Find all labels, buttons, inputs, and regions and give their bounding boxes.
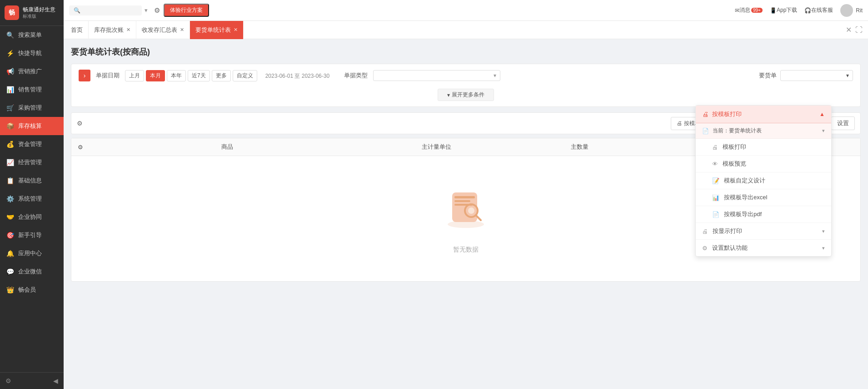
sidebar-item-inventory[interactable]: 📦 库存核算 bbox=[0, 117, 64, 135]
app-download-label: App下载 bbox=[777, 6, 797, 14]
dropdown-header-arrow-icon: ▲ bbox=[819, 111, 825, 117]
tab-order-stats-close[interactable]: ✕ bbox=[234, 27, 238, 33]
date-filter-label: 单据日期 bbox=[96, 71, 120, 80]
date-btn-this-year[interactable]: 本年 bbox=[167, 70, 186, 81]
date-btn-more[interactable]: 更多 bbox=[212, 70, 231, 81]
dropdown-header[interactable]: 🖨 按模板打印 ▲ bbox=[696, 106, 831, 123]
tab-home-label: 首页 bbox=[71, 26, 83, 34]
eye-icon: 👁 bbox=[712, 161, 718, 167]
date-btn-custom[interactable]: 自定义 bbox=[233, 70, 257, 81]
sidebar-item-wechat[interactable]: 💬 企业微信 bbox=[0, 263, 64, 281]
col-qty-header: 主数量 bbox=[508, 143, 651, 151]
brand-name: 畅康通好生意 bbox=[23, 6, 55, 14]
doc-icon: 📄 bbox=[702, 128, 709, 134]
printer-icon: 🖨 bbox=[677, 120, 682, 126]
display-print-icon: 🖨 bbox=[702, 228, 708, 235]
basic-icon: 📋 bbox=[5, 177, 15, 184]
sidebar-item-app-center[interactable]: 🔔 应用中心 bbox=[0, 244, 64, 263]
topbar-search-box[interactable]: 🔍 bbox=[69, 5, 142, 15]
online-service-button[interactable]: 🎧 在线客服 bbox=[804, 6, 833, 14]
column-settings-icon[interactable]: ⚙ bbox=[77, 120, 83, 127]
dropdown-item-template-design[interactable]: 📝 模板自定义设计 bbox=[696, 172, 831, 189]
template-preview-label: 模板预览 bbox=[723, 160, 746, 168]
sidebar-item-enterprise[interactable]: 🤝 企业协同 bbox=[0, 208, 64, 226]
online-service-label: 在线客服 bbox=[811, 6, 833, 14]
empty-icon bbox=[439, 183, 493, 238]
messages-badge: 99+ bbox=[751, 8, 763, 13]
tab-order-stats[interactable]: 要货单统计表 ✕ bbox=[190, 21, 244, 39]
svg-rect-3 bbox=[454, 200, 470, 202]
sidebar-item-label: 企业微信 bbox=[18, 268, 58, 276]
display-print-label: 按显示打印 bbox=[713, 227, 822, 235]
dropdown-set-default[interactable]: ⚙ 设置默认功能 ▾ bbox=[696, 240, 831, 256]
date-btn-last-month[interactable]: 上月 bbox=[125, 70, 144, 81]
type-filter-label: 单据类型 bbox=[344, 71, 368, 80]
display-print-arrow-icon: ▾ bbox=[822, 228, 825, 234]
date-btn-this-month[interactable]: 本月 bbox=[146, 70, 165, 81]
sidebar-item-marketing[interactable]: 📢 营销推广 bbox=[0, 62, 64, 81]
dropdown-item-export-excel[interactable]: 📊 按模板导出excel bbox=[696, 189, 831, 206]
sidebar-item-operations[interactable]: 📈 经营管理 bbox=[0, 153, 64, 172]
setting-button[interactable]: 设置 bbox=[831, 116, 855, 130]
sidebar-item-guide[interactable]: 🎯 新手引导 bbox=[0, 226, 64, 244]
sidebar-item-label: 畅会员 bbox=[18, 286, 58, 294]
sidebar-item-label: 资金管理 bbox=[18, 140, 58, 148]
dropdown-item-template-print[interactable]: 🖨 模板打印 bbox=[696, 139, 831, 156]
filter-card: › 单据日期 上月 本月 本年 近7天 更多 自定义 2023-06-01 至 … bbox=[71, 64, 861, 107]
sidebar-item-member[interactable]: 👑 畅会员 bbox=[0, 281, 64, 299]
toolbar-left: ⚙ bbox=[77, 120, 667, 127]
promo-button[interactable]: 体验行业方案 bbox=[164, 4, 209, 17]
sidebar-item-sales[interactable]: 📊 销售管理 bbox=[0, 81, 64, 99]
tab-receipt-summary-close[interactable]: ✕ bbox=[180, 27, 184, 33]
sidebar-item-label: 库存核算 bbox=[18, 122, 58, 130]
empty-illustration bbox=[439, 183, 493, 229]
topbar-dropdown-arrow[interactable]: ▾ bbox=[145, 7, 148, 14]
sidebar-item-search[interactable]: 🔍 搜索菜单 bbox=[0, 26, 64, 44]
wechat-icon: 💬 bbox=[5, 268, 15, 275]
export-excel-label: 按模板导出excel bbox=[724, 193, 767, 202]
app-download-button[interactable]: 📱 App下载 bbox=[770, 6, 797, 14]
topbar-right: ✉ 消息 99+ 📱 App下载 🎧 在线客服 Rit bbox=[735, 4, 863, 17]
sidebar-item-finance[interactable]: 💰 资金管理 bbox=[0, 135, 64, 153]
settings-icon[interactable]: ⚙ bbox=[5, 377, 11, 384]
current-section-arrow-icon: ▾ bbox=[822, 128, 825, 134]
empty-text: 暂无数据 bbox=[453, 246, 479, 254]
col-settings-header: ⚙ bbox=[71, 144, 90, 151]
tab-batch-account-label: 库存批次账 bbox=[94, 26, 124, 34]
search-icon: 🔍 bbox=[74, 7, 80, 14]
sidebar-item-label: 采购管理 bbox=[18, 104, 58, 112]
order-filter-label: 要货单 bbox=[759, 71, 777, 80]
topbar-gear-icon[interactable]: ⚙ bbox=[154, 6, 160, 15]
date-btn-7days[interactable]: 近7天 bbox=[188, 70, 210, 81]
collapse-icon[interactable]: ◀ bbox=[53, 377, 58, 384]
dropdown-item-template-preview[interactable]: 👁 模板预览 bbox=[696, 156, 831, 172]
sidebar-item-system[interactable]: ⚙️ 系统管理 bbox=[0, 190, 64, 208]
messages-button[interactable]: ✉ 消息 99+ bbox=[735, 6, 763, 14]
order-filter-select[interactable]: ▾ bbox=[780, 70, 853, 81]
tabbar-expand-icon[interactable]: ⛶ bbox=[855, 26, 863, 34]
logo-icon: 畅 bbox=[5, 5, 19, 20]
dropdown-current-section[interactable]: 📄 当前：要货单统计表 ▾ bbox=[696, 123, 831, 139]
filter-toggle-btn[interactable]: › bbox=[79, 70, 90, 81]
user-area[interactable]: Rit bbox=[840, 4, 863, 17]
sidebar-item-label: 销售管理 bbox=[18, 86, 58, 94]
type-filter-select[interactable]: ▾ bbox=[373, 70, 500, 81]
tab-batch-account-close[interactable]: ✕ bbox=[126, 27, 130, 33]
sidebar-item-basic[interactable]: 📋 基础信息 bbox=[0, 172, 64, 190]
sidebar-item-label: 应用中心 bbox=[18, 249, 58, 258]
set-default-label: 设置默认功能 bbox=[712, 244, 822, 252]
dropdown-item-export-pdf[interactable]: 📄 按模板导出pdf bbox=[696, 206, 831, 223]
tab-home[interactable]: 首页 bbox=[69, 21, 89, 39]
print-dropdown-menu: 🖨 按模板打印 ▲ 📄 当前：要货单统计表 ▾ 🖨 模板打印 👁 模板预览 📝 bbox=[695, 105, 832, 257]
tab-receipt-summary[interactable]: 收发存汇总表 ✕ bbox=[136, 21, 190, 39]
tabbar-close-all-icon[interactable]: ✕ bbox=[846, 25, 852, 34]
guide-icon: 🎯 bbox=[5, 232, 15, 239]
sidebar-item-quick-nav[interactable]: ⚡ 快捷导航 bbox=[0, 44, 64, 62]
sidebar-item-purchase[interactable]: 🛒 采购管理 bbox=[0, 99, 64, 117]
template-design-label: 模板自定义设计 bbox=[724, 177, 765, 185]
svg-point-7 bbox=[468, 207, 474, 214]
tab-batch-account[interactable]: 库存批次账 ✕ bbox=[89, 21, 136, 39]
expand-more-btn[interactable]: ▾ 展开更多条件 bbox=[438, 89, 494, 101]
dropdown-display-print[interactable]: 🖨 按显示打印 ▾ bbox=[696, 223, 831, 240]
sidebar: 畅 畅康通好生意 标准版 🔍 搜索菜单 ⚡ 快捷导航 📢 营销推广 📊 销售管理… bbox=[0, 0, 64, 389]
